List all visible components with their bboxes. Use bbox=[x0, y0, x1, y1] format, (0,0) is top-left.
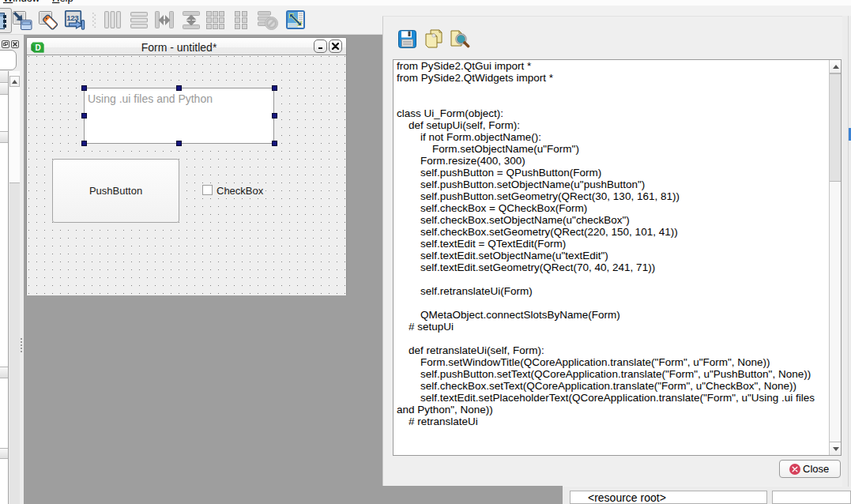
svg-text:123: 123 bbox=[66, 13, 79, 22]
svg-text:D: D bbox=[35, 43, 40, 52]
